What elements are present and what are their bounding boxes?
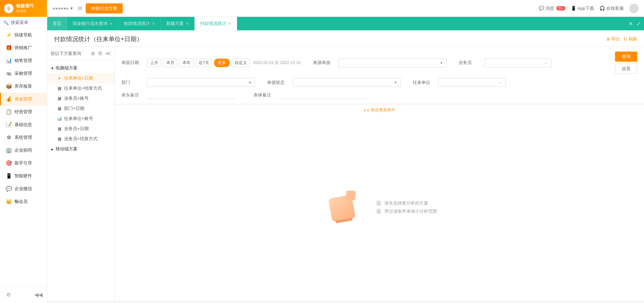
settings-footer-btn[interactable]: ⚙	[3, 290, 13, 300]
custom-date-btn[interactable]: 自定义	[232, 59, 250, 67]
avatar[interactable]	[629, 4, 639, 13]
tab-payment[interactable]: 付款情况统计 ✕	[195, 17, 237, 30]
refresh-btn[interactable]: ↻ 刷新	[623, 36, 637, 42]
home-tab-label: 首页	[53, 21, 61, 27]
sidebar-item-purchase[interactable]: 🛍 采购管理	[0, 67, 47, 80]
app-download-btn[interactable]: 📱 App下载	[571, 5, 594, 11]
operations-icon: 📋	[6, 109, 12, 115]
system-icon: ⚙	[6, 134, 12, 141]
mobile-group-header[interactable]: ▸ 移动端方案	[47, 144, 114, 154]
tab-home[interactable]: 首页	[47, 17, 67, 30]
partner-label: 往来单位	[413, 80, 433, 86]
sidebar-item-member[interactable]: 👑 畅会员	[0, 195, 47, 208]
payment-tab-close[interactable]: ✕	[228, 22, 231, 26]
tab-bank[interactable]: 现金银行流水查询 ✕	[67, 17, 118, 30]
settings-icon[interactable]: ⚙	[78, 5, 82, 11]
dept-chevron: ▾	[249, 80, 251, 85]
staff-select[interactable]: ···	[484, 58, 552, 67]
bank-tab-close[interactable]: ✕	[110, 22, 113, 26]
sidebar-item-inventory[interactable]: 📦 库存核算	[0, 80, 47, 93]
scheme-icon-2: ▦	[57, 96, 62, 101]
logo-name: 畅捷通巧	[16, 3, 34, 9]
scheme-icon-5: ▦	[57, 126, 62, 131]
online-service-btn[interactable]: 🎧 在线客服	[599, 5, 624, 11]
new-plan-tab-close[interactable]: ✕	[186, 22, 189, 26]
more-date-btn[interactable]: 更多	[214, 59, 230, 67]
sidebar-item-capital[interactable]: 💰 资金管理	[0, 93, 47, 105]
collapse-sidebar-btn[interactable]: ◀◀	[33, 290, 43, 300]
sidebar-item-wechat[interactable]: 💬 企业微信	[0, 182, 47, 195]
app-icon: 📱	[571, 6, 576, 11]
scheme-settings-btn[interactable]: ⚙	[98, 50, 103, 57]
sidebar-logo: 6 畅捷通巧 标准版	[0, 0, 47, 17]
collapse-panel-btn[interactable]: ≪	[105, 50, 111, 57]
this-month-btn[interactable]: 本月	[163, 59, 177, 67]
sidebar-item-shortcuts[interactable]: ⚡ 快捷导航	[0, 29, 47, 41]
status-label: 单据状态	[267, 80, 287, 86]
mobile-expand-icon: ▸	[51, 147, 54, 152]
scheme-partner-settle[interactable]: ▦ 往来单位+结算方式	[47, 83, 114, 93]
desktop-group-header[interactable]: ▾ 电脑端方案	[47, 63, 114, 73]
sidebar-item-system[interactable]: ⚙ 系统管理	[0, 131, 47, 144]
inventory-icon: 📦	[6, 83, 12, 89]
scheme-staff-account[interactable]: ▦ 业务员+账号	[47, 93, 114, 103]
collapse-label: 收起更多条件	[371, 107, 395, 113]
trial-btn[interactable]: 体验行业方案	[86, 3, 123, 13]
tab-receipts[interactable]: 收款情况统计 ✕	[118, 17, 161, 30]
purchase-icon: 🛍	[6, 70, 12, 77]
empty-state: 1 请先选择要分析的方案 2 用过滤条件来缩小分析范围	[115, 116, 644, 301]
collapse-bar[interactable]: ∧∧ 收起更多条件	[115, 104, 644, 116]
sidebar-item-enterprise[interactable]: 🏢 企业协同	[0, 144, 47, 157]
topbar-right: 💬 消息 99+ 📱 App下载 🎧 在线客服	[539, 4, 639, 13]
filter-row-1: 单据日期 上月 本月 本年 近7天 更多 自定义 2022-01-01 至 20…	[121, 52, 637, 74]
sidebar-item-sales[interactable]: 📊 销售管理	[0, 54, 47, 67]
filter-settings-btn[interactable]: 设置	[615, 64, 637, 74]
sidebar-search[interactable]: 🔍 搜索菜单	[0, 17, 47, 29]
scheme-dept-date[interactable]: ▦ 部门+日期	[47, 103, 114, 114]
scheme-staff-settle[interactable]: ▦ 业务员+结算方式	[47, 134, 114, 144]
refresh-icon: ↻	[623, 37, 627, 42]
sidebar-item-operations[interactable]: 📋 经营管理	[0, 105, 47, 118]
last-7days-btn[interactable]: 近7天	[196, 59, 212, 67]
message-icon: 💬	[539, 6, 544, 11]
staff-chevron: ···	[544, 60, 548, 65]
this-year-btn[interactable]: 本年	[179, 59, 194, 67]
date-label: 单据日期	[121, 60, 142, 66]
export-btn[interactable]: ⬆ 导出	[606, 36, 620, 42]
search-label: 搜索菜单	[11, 20, 28, 26]
sales-icon: 📊	[6, 58, 12, 64]
company-name: ●●●●●●	[53, 6, 68, 11]
notification-btn[interactable]: 💬 消息 99+	[539, 5, 565, 11]
last-month-btn[interactable]: 上月	[147, 59, 161, 67]
source-select[interactable]: ▾	[339, 58, 446, 67]
expand-icon: ▾	[51, 66, 54, 71]
scheme-partner-account[interactable]: 📊 往来单位+账号	[47, 114, 114, 124]
header-note-input[interactable]	[147, 91, 235, 99]
sidebar-item-hardware[interactable]: 📱 智能硬件	[0, 170, 47, 182]
close-all-tabs-btn[interactable]: ✕	[628, 21, 633, 27]
source-label: 来源单据	[313, 60, 333, 66]
partner-select[interactable]: ···	[438, 78, 506, 87]
scheme-icon-6: ▦	[57, 136, 62, 142]
scheme-partner-date[interactable]: ● 往来单位+日期	[47, 73, 114, 83]
shortcuts-icon: ⚡	[6, 32, 12, 38]
expand-btn[interactable]: ⤢	[636, 21, 641, 27]
tab-new-plan[interactable]: 新建方案 ✕	[161, 17, 195, 30]
chevron-down-icon: ▾	[70, 6, 73, 11]
scheme-staff-date[interactable]: ▦ 业务员+日期	[47, 124, 114, 134]
query-btn[interactable]: 查询	[615, 52, 637, 62]
receipts-tab-close[interactable]: ✕	[152, 22, 155, 26]
sidebar-item-guide[interactable]: 🎯 新手引导	[0, 157, 47, 170]
sidebar-nav: ⚡ 快捷导航 🎁 营销推广 📊 销售管理 🛍 采购管理 📦 库存核算 💰 资金管…	[0, 29, 47, 286]
bank-tab-label: 现金银行流水查询	[72, 21, 108, 27]
company-selector[interactable]: ●●●●●● ▾	[53, 6, 73, 11]
sidebar-item-marketing[interactable]: 🎁 营销推广	[0, 41, 47, 54]
status-select[interactable]: ▾	[293, 78, 401, 87]
sidebar-item-basic[interactable]: 📝 基础信息	[0, 118, 47, 131]
add-scheme-btn[interactable]: ⊕	[91, 50, 95, 57]
dept-select[interactable]: ▾	[147, 78, 255, 87]
empty-hint-1: 1 请先选择要分析的方案	[376, 200, 437, 206]
new-plan-tab-label: 新建方案	[166, 21, 184, 27]
mobile-group-label: 移动端方案	[56, 146, 78, 152]
body-note-input[interactable]	[279, 91, 367, 99]
